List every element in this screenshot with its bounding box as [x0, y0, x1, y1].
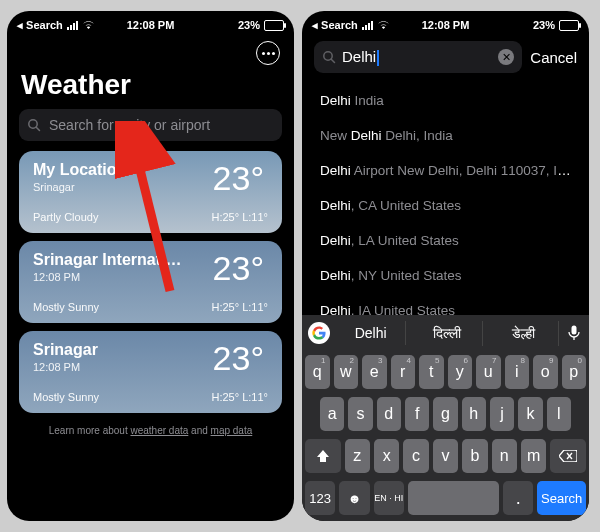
page-title: Weather [7, 65, 294, 109]
search-value: Delhi [342, 48, 498, 66]
space-key[interactable] [408, 481, 499, 515]
card-title: My Location [33, 161, 183, 179]
card-title: Srinagar [33, 341, 183, 359]
key-g[interactable]: g [433, 397, 457, 431]
kbd-suggestion[interactable]: Delhi [336, 321, 406, 345]
kbd-suggestion[interactable]: डेल्ही [489, 321, 559, 346]
card-condition: Partly Cloudy [33, 211, 98, 223]
key-x[interactable]: x [374, 439, 399, 473]
key-r[interactable]: r4 [391, 355, 416, 389]
mic-icon[interactable] [565, 325, 583, 341]
keyboard: Delhi दिल्ली डेल्ही q1w2e3r4t5y6u7i8o9p0… [302, 315, 589, 521]
key-j[interactable]: j [490, 397, 514, 431]
key-f[interactable]: f [405, 397, 429, 431]
google-icon[interactable] [308, 322, 330, 344]
key-n[interactable]: n [492, 439, 517, 473]
status-time: 12:08 PM [302, 19, 589, 31]
weather-card-list: My Location Srinagar 23° Partly CloudyH:… [7, 151, 294, 413]
weather-card[interactable]: Srinagar 12:08 PM 23° Mostly SunnyH:25° … [19, 331, 282, 413]
key-d[interactable]: d [377, 397, 401, 431]
phone-weather-list: ◂ Search 12:08 PM 23% Weather My Locatio… [7, 11, 294, 521]
more-menu-button[interactable] [256, 41, 280, 65]
language-key[interactable]: EN · HI [374, 481, 404, 515]
weather-data-link[interactable]: weather data [130, 425, 188, 436]
suggestion-bar: Delhi दिल्ली डेल्ही [302, 315, 589, 351]
shift-key[interactable] [305, 439, 341, 473]
phone-weather-search: ◂ Search 12:08 PM 23% Delhi ✕ Cancel Del… [302, 11, 589, 521]
search-icon [27, 118, 41, 132]
key-k[interactable]: k [518, 397, 542, 431]
clear-search-button[interactable]: ✕ [498, 49, 514, 65]
search-result-row[interactable]: Delhi, NY United States [302, 258, 589, 293]
kbd-suggestion[interactable]: दिल्ली [412, 321, 482, 346]
key-o[interactable]: o9 [533, 355, 558, 389]
search-result-row[interactable]: Delhi, CA United States [302, 188, 589, 223]
weather-card[interactable]: My Location Srinagar 23° Partly CloudyH:… [19, 151, 282, 233]
key-w[interactable]: w2 [334, 355, 359, 389]
search-result-row[interactable]: Delhi, LA United States [302, 223, 589, 258]
key-a[interactable]: a [320, 397, 344, 431]
numbers-key[interactable]: 123 [305, 481, 335, 515]
battery-icon [264, 20, 284, 31]
city-search-field[interactable] [19, 109, 282, 141]
search-icon [322, 50, 336, 64]
svg-line-4 [331, 59, 334, 62]
key-c[interactable]: c [403, 439, 428, 473]
city-search-field[interactable]: Delhi ✕ [314, 41, 522, 73]
key-y[interactable]: y6 [448, 355, 473, 389]
key-e[interactable]: e3 [362, 355, 387, 389]
status-bar: ◂ Search 12:08 PM 23% [302, 11, 589, 35]
search-result-row[interactable]: Delhi India [302, 83, 589, 118]
svg-rect-5 [571, 326, 576, 335]
key-z[interactable]: z [345, 439, 370, 473]
status-bar: ◂ Search 12:08 PM 23% [7, 11, 294, 35]
text-caret [377, 50, 379, 66]
card-temp: 23° [213, 339, 264, 378]
key-l[interactable]: l [547, 397, 571, 431]
backspace-key[interactable] [550, 439, 586, 473]
card-title: Srinagar Internatio... [33, 251, 183, 269]
period-key[interactable]: . [503, 481, 533, 515]
key-i[interactable]: i8 [505, 355, 530, 389]
search-key[interactable]: Search [537, 481, 586, 515]
city-search-input[interactable] [47, 116, 274, 134]
search-result-row[interactable]: New Delhi Delhi, India [302, 118, 589, 153]
battery-icon [559, 20, 579, 31]
key-m[interactable]: m [521, 439, 546, 473]
key-p[interactable]: p0 [562, 355, 587, 389]
search-result-row[interactable]: Delhi Airport New Delhi, Delhi 110037, I… [302, 153, 589, 188]
key-s[interactable]: s [348, 397, 372, 431]
card-highlow: H:25° L:11° [212, 391, 269, 403]
key-t[interactable]: t5 [419, 355, 444, 389]
card-temp: 23° [213, 159, 264, 198]
status-time: 12:08 PM [7, 19, 294, 31]
card-highlow: H:25° L:11° [212, 301, 269, 313]
card-highlow: H:25° L:11° [212, 211, 269, 223]
card-condition: Mostly Sunny [33, 391, 99, 403]
emoji-key[interactable]: ☻ [339, 481, 369, 515]
footer-text: Learn more about weather data and map da… [7, 425, 294, 436]
svg-line-1 [36, 127, 39, 130]
cancel-button[interactable]: Cancel [530, 49, 577, 66]
card-temp: 23° [213, 249, 264, 288]
key-q[interactable]: q1 [305, 355, 330, 389]
key-b[interactable]: b [462, 439, 487, 473]
key-u[interactable]: u7 [476, 355, 501, 389]
map-data-link[interactable]: map data [211, 425, 253, 436]
weather-card[interactable]: Srinagar Internatio... 12:08 PM 23° Most… [19, 241, 282, 323]
card-condition: Mostly Sunny [33, 301, 99, 313]
key-h[interactable]: h [462, 397, 486, 431]
key-v[interactable]: v [433, 439, 458, 473]
